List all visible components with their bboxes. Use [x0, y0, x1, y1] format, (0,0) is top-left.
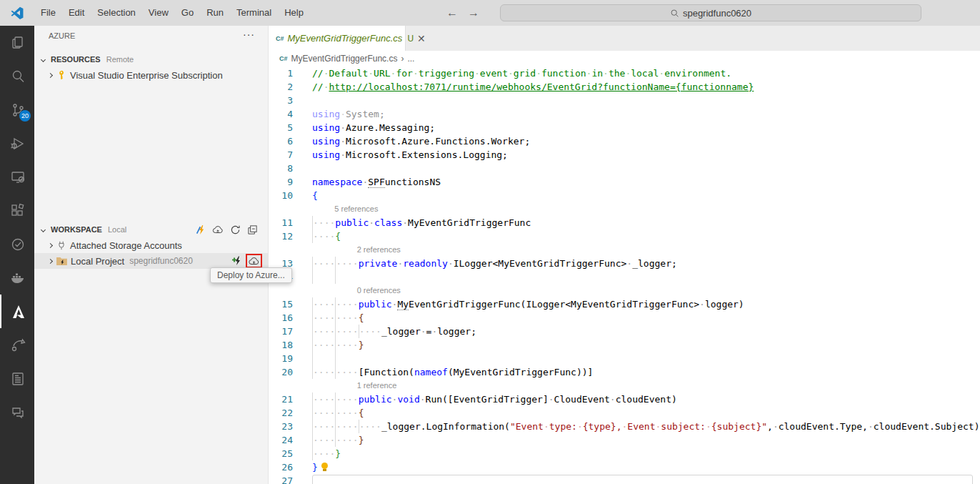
code-text[interactable]: ········}	[312, 433, 364, 447]
line-number[interactable]: 23	[269, 420, 293, 433]
menu-item-go[interactable]: Go	[175, 0, 200, 26]
line-number[interactable]: 2	[269, 80, 293, 94]
menu-item-selection[interactable]: Selection	[91, 0, 141, 26]
live-share-icon[interactable]	[0, 328, 34, 362]
code-text[interactable]: ········private·readonly·ILogger<MyEvent…	[312, 257, 677, 270]
code-text[interactable]: {	[312, 189, 318, 202]
code-text[interactable]: using·Microsoft.Azure.Functions.Worker;	[312, 134, 530, 148]
lightbulb-icon[interactable]	[321, 462, 330, 472]
line-number[interactable]: 1	[269, 66, 293, 80]
code-text[interactable]: using·System;	[312, 107, 385, 121]
close-icon[interactable]: ✕	[417, 33, 426, 44]
line-number[interactable]: 25	[269, 447, 293, 460]
chevron-down-icon	[41, 56, 46, 61]
code-text[interactable]: ····}	[312, 447, 341, 460]
code-text[interactable]	[312, 270, 359, 284]
code-text[interactable]: ········[Function(nameof(MyEventGridTrig…	[312, 365, 593, 379]
code-text[interactable]: using·Microsoft.Extensions.Logging;	[312, 148, 508, 162]
breadcrumb-symbol[interactable]: ...	[407, 54, 414, 64]
codelens-link[interactable]: 0 references	[357, 284, 401, 297]
nav-forward-icon[interactable]: →	[468, 6, 479, 19]
more-actions-icon[interactable]: ···	[243, 29, 255, 40]
line-number[interactable]: 10	[269, 189, 293, 202]
line-number[interactable]: 18	[269, 338, 293, 352]
comments-icon[interactable]	[0, 395, 34, 429]
codelens-link[interactable]: 5 references	[334, 202, 378, 216]
docker-icon[interactable]	[0, 261, 34, 295]
nav-back-icon[interactable]: ←	[446, 6, 458, 19]
line-number[interactable]: 24	[269, 433, 293, 447]
code-text[interactable]: ············_logger·=·logger;	[312, 325, 476, 338]
code-text[interactable]: ····{	[312, 229, 341, 243]
collapse-all-icon[interactable]	[247, 224, 258, 235]
resources-section-header[interactable]: RESOURCES Remote	[34, 51, 268, 67]
line-number[interactable]: 11	[269, 216, 293, 229]
remote-explorer-icon[interactable]	[0, 160, 34, 194]
code-text[interactable]: }	[312, 460, 330, 474]
menu-item-run[interactable]: Run	[200, 0, 230, 26]
line-number[interactable]: 9	[269, 175, 293, 189]
line-number[interactable]: 26	[269, 460, 293, 474]
line-number[interactable]: 17	[269, 325, 293, 338]
line-number[interactable]: 15	[269, 297, 293, 311]
menu-item-help[interactable]: Help	[278, 0, 310, 26]
activity-bar: 20	[0, 26, 34, 484]
code-text[interactable]	[312, 475, 973, 484]
deploy-to-azure-icon[interactable]	[248, 255, 260, 267]
line-number[interactable]: 22	[269, 406, 293, 420]
testing-icon[interactable]	[0, 227, 34, 261]
line-number[interactable]: 8	[269, 162, 293, 175]
attached-storage-tree-item[interactable]: Attached Storage Accounts	[34, 237, 268, 253]
line-number[interactable]: 20	[269, 365, 293, 379]
deploy-cloud-icon[interactable]	[212, 224, 224, 235]
code-text[interactable]: //·Default·URL·for·triggering·event·grid…	[312, 66, 731, 80]
code-text[interactable]: ········}	[312, 338, 364, 352]
code-text[interactable]: ········{	[312, 311, 364, 325]
subscription-tree-item[interactable]: Visual Studio Enterprise Subscription	[34, 67, 268, 83]
create-function-icon[interactable]	[195, 224, 206, 235]
breadcrumb-file[interactable]: MyEventGridTriggerFunc.cs	[291, 54, 398, 64]
code-text[interactable]: //·http://localhost:7071/runtime/webhook…	[312, 80, 754, 94]
menu-item-terminal[interactable]: Terminal	[230, 0, 278, 26]
codelens-link[interactable]: 1 reference	[357, 379, 397, 392]
line-number[interactable]: 5	[269, 121, 293, 134]
code-text[interactable]: namespace·SPFunctionsNS	[312, 175, 441, 189]
source-control-icon[interactable]: 20	[0, 93, 34, 127]
workspace-section-header[interactable]: WORKSPACE Local	[34, 222, 268, 237]
azure-icon[interactable]	[0, 295, 34, 328]
menu-item-edit[interactable]: Edit	[62, 0, 91, 26]
code-text[interactable]: ········public·void·Run([EventGridTrigge…	[312, 392, 677, 406]
code-text[interactable]	[312, 352, 359, 365]
create-function-inline-icon[interactable]	[231, 255, 242, 267]
local-project-tree-item[interactable]: Local Project spegridfunc0620	[34, 253, 268, 269]
line-number[interactable]: 12	[269, 229, 293, 243]
line-number[interactable]: 7	[269, 148, 293, 162]
gutter	[269, 379, 293, 392]
tab-myeventgridtriggerfunc[interactable]: C# MyEventGridTriggerFunc.cs U ✕	[269, 26, 406, 51]
extensions-icon[interactable]	[0, 194, 34, 227]
menu-item-file[interactable]: File	[34, 0, 62, 26]
document-icon[interactable]	[0, 362, 34, 395]
line-number[interactable]: 21	[269, 392, 293, 406]
code-text[interactable]: ········public·MyEventGridTriggerFunc(IL…	[312, 297, 744, 311]
code-text[interactable]: ····public·class·MyEventGridTriggerFunc	[312, 216, 531, 229]
code-editor[interactable]: 1//·Default·URL·for·triggering·event·gri…	[269, 66, 980, 484]
code-text[interactable]: ········{	[312, 406, 364, 420]
code-line: 23············_logger.LogInformation("Ev…	[269, 420, 980, 433]
explorer-icon[interactable]	[0, 26, 34, 59]
line-number[interactable]: 19	[269, 352, 293, 365]
menu-item-view[interactable]: View	[142, 0, 175, 26]
refresh-icon[interactable]	[230, 224, 241, 235]
codelens-link[interactable]: 2 references	[357, 243, 401, 257]
line-number[interactable]: 4	[269, 107, 293, 121]
line-number[interactable]: 3	[269, 94, 293, 107]
code-text[interactable]: ············_logger.LogInformation("Even…	[312, 420, 980, 433]
line-number[interactable]: 27	[269, 474, 293, 484]
line-number[interactable]: 16	[269, 311, 293, 325]
code-text[interactable]: using·Azure.Messaging;	[312, 121, 435, 134]
run-and-debug-icon[interactable]	[0, 127, 34, 160]
line-number[interactable]: 6	[269, 134, 293, 148]
search-view-icon[interactable]	[0, 59, 34, 93]
search-input[interactable]: spegridfunc0620	[500, 4, 921, 21]
breadcrumb[interactable]: C# MyEventGridTriggerFunc.cs › ...	[269, 51, 980, 66]
